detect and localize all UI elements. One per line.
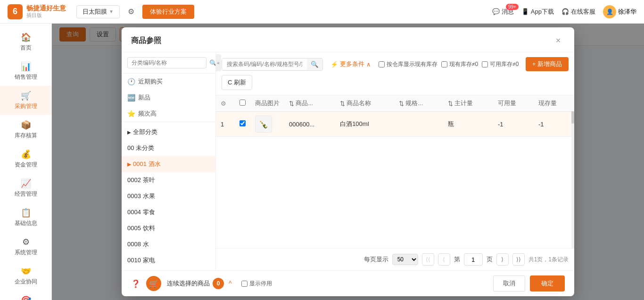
collapse-panel-button[interactable]: «: [215, 54, 221, 71]
filter-button[interactable]: ⚡ 更多条件 ∧: [327, 58, 375, 70]
cat-item-snack[interactable]: 0004 零食: [122, 204, 215, 220]
row-checkbox[interactable]: [239, 120, 246, 126]
product-pagination: 每页显示 50 10 20 100 ⟨⟨ ⟨ 第 页: [216, 248, 574, 270]
show-disabled-label[interactable]: 显示停用: [241, 280, 272, 288]
stock-nonzero-checkbox[interactable]: [441, 61, 447, 67]
cat-item-tea[interactable]: 0002 茶叶: [122, 172, 215, 188]
th-check: [235, 95, 250, 112]
app-download-label: App下载: [531, 8, 554, 16]
th-code[interactable]: ⇅ 商品...: [284, 95, 335, 112]
sidebar-item-info[interactable]: 📋 基础信息: [0, 203, 51, 232]
sidebar-item-guide[interactable]: 🎯 新手引导: [0, 291, 51, 300]
sort-icon: ⇅: [289, 100, 294, 107]
quick-links: 🕐 近期购买 🆕 新品 ⭐ 频次高: [122, 74, 215, 122]
warehouse-checkbox-label[interactable]: 按仓库显示现有库存: [379, 60, 438, 68]
product-search-input[interactable]: [222, 58, 307, 70]
warehouse-checkbox[interactable]: [379, 61, 385, 67]
sidebar-item-label: 企业协同: [15, 278, 37, 286]
collab-icon: 🤝: [21, 266, 31, 276]
store-selector[interactable]: 日太阳膜 ▼: [76, 5, 120, 18]
sidebar-item-sales[interactable]: 📊 销售管理: [0, 57, 51, 86]
close-button[interactable]: ×: [552, 34, 565, 47]
online-service-item[interactable]: 🎧 在线客服: [561, 8, 595, 16]
th-num: ⚙: [216, 95, 235, 112]
row-img: 🍾: [250, 112, 284, 137]
purchase-icon: 🛒: [21, 91, 31, 101]
filter-label: 更多条件: [340, 60, 364, 68]
available-nonzero-checkbox[interactable]: [482, 61, 488, 67]
category-search-input[interactable]: [127, 57, 206, 68]
cancel-button[interactable]: 取消: [493, 275, 525, 292]
star-icon: ⭐: [127, 110, 135, 117]
sidebar-item-collab[interactable]: 🤝 企业协同: [0, 261, 51, 291]
first-page-button[interactable]: ⟨⟨: [422, 253, 434, 266]
last-page-button[interactable]: ⟩⟩: [512, 253, 525, 266]
cat-label: 0004 零食: [127, 208, 155, 217]
user-menu[interactable]: 👤 徐泽华: [603, 5, 636, 18]
mobile-icon: 📱: [521, 8, 529, 15]
select-all-checkbox[interactable]: [239, 100, 246, 106]
th-stock[interactable]: 现存量: [534, 95, 574, 112]
th-spec[interactable]: ⇅ 规格...: [394, 95, 443, 112]
confirm-button[interactable]: 确定: [530, 275, 565, 292]
arrow-icon: ▶: [127, 130, 131, 135]
quick-link-label: 新品: [138, 93, 150, 102]
row-check[interactable]: [235, 112, 250, 137]
sidebar-item-home[interactable]: 🏠 首页: [0, 27, 51, 57]
table-body: 1 🍾 000600... 白酒100ml: [216, 112, 574, 137]
show-disabled-checkbox[interactable]: [241, 281, 248, 287]
page-input[interactable]: [464, 253, 483, 266]
prev-page-button[interactable]: ⟨: [438, 253, 450, 266]
product-search-box: 🔍: [222, 58, 323, 71]
messages-icon-item[interactable]: 💬 消息 99: [492, 8, 514, 16]
stock-nonzero-checkbox-label[interactable]: 现有库存≠0: [441, 60, 478, 68]
refresh-button[interactable]: C 刷新: [222, 75, 252, 90]
table-row[interactable]: 1 🍾 000600... 白酒100ml: [216, 112, 574, 137]
cat-item-water[interactable]: 0008 水: [122, 236, 215, 252]
available-nonzero-checkbox-label[interactable]: 可用库存≠0: [482, 60, 519, 68]
help-icon[interactable]: ❓: [131, 279, 140, 288]
th-available[interactable]: 可用量: [493, 95, 534, 112]
modal-title: 商品参照: [131, 36, 161, 46]
product-modal: 商品参照 × 🔍 « 🕐: [122, 27, 574, 296]
app-download-item[interactable]: 📱 App下载: [521, 8, 554, 16]
sidebar-item-system[interactable]: ⚙ 系统管理: [0, 232, 51, 261]
cat-label: 0001 酒水: [133, 160, 161, 168]
sidebar-item-purchase[interactable]: 🛒 采购管理: [0, 86, 51, 115]
row-stock: -1: [534, 112, 574, 137]
finance-icon: 💰: [21, 149, 31, 159]
row-num: 1: [216, 112, 235, 137]
trial-button[interactable]: 体验行业方案: [142, 5, 194, 19]
cat-item-uncategorized[interactable]: 00 未分类: [122, 140, 215, 156]
sidebar-item-label: 销售管理: [15, 73, 37, 81]
quick-link-recent[interactable]: 🕐 近期购买: [122, 74, 215, 90]
message-badge: 99: [506, 4, 519, 10]
cat-item-fruit[interactable]: 0003 水果: [122, 188, 215, 204]
th-unit[interactable]: ⇅ 主计量: [443, 95, 493, 112]
quick-link-new[interactable]: 🆕 新品: [122, 90, 215, 106]
cat-item-liquor[interactable]: ▶ 0001 酒水: [122, 156, 215, 172]
sidebar-item-business[interactable]: 📈 经营管理: [0, 174, 51, 203]
table-scrollbar[interactable]: [571, 95, 574, 248]
chevron-up-icon[interactable]: ^: [229, 280, 232, 287]
quick-link-label: 频次高: [138, 109, 157, 118]
page-size-select[interactable]: 50 10 20 100: [392, 254, 418, 265]
add-product-button[interactable]: + 新增商品: [526, 57, 569, 71]
row-name: 白酒100ml: [335, 112, 394, 137]
th-name[interactable]: ⇅ 商品名称: [335, 95, 394, 112]
continuous-select[interactable]: 连续选择的商品 0 ^: [167, 278, 232, 289]
cat-all-item[interactable]: ▶ 全部分类: [122, 124, 215, 140]
cart-button[interactable]: 🛒: [146, 276, 161, 291]
chevron-down-icon: ▼: [109, 9, 114, 14]
next-page-button[interactable]: ⟩: [496, 253, 509, 266]
gear-icon[interactable]: ⚙: [124, 4, 139, 19]
warehouse-label: 按仓库显示现有库存: [387, 60, 438, 68]
cat-item-appliance[interactable]: 0010 家电: [122, 252, 215, 268]
search-button[interactable]: 🔍: [307, 58, 322, 70]
quick-link-frequent[interactable]: ⭐ 频次高: [122, 106, 215, 122]
gear-icon[interactable]: ⚙: [221, 100, 226, 107]
cat-item-drinks[interactable]: 0005 饮料: [122, 220, 215, 236]
sidebar-item-inventory[interactable]: 📦 库存核算: [0, 115, 51, 144]
sidebar-item-finance[interactable]: 💰 资金管理: [0, 144, 51, 174]
filter-icon: ⚡: [330, 61, 338, 68]
